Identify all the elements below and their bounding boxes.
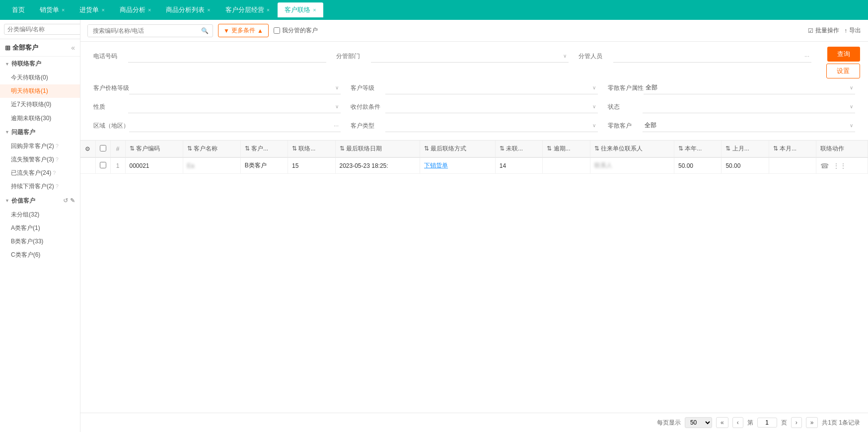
sidebar-item-abnormal[interactable]: 回购异常客户(2) ? xyxy=(0,140,80,153)
prev-page-button[interactable]: ‹ xyxy=(732,417,743,428)
sidebar-item-week[interactable]: 近7天待联络(0) xyxy=(0,98,80,111)
filter-phone: 电话号码 xyxy=(88,47,331,66)
nav-customer-contact[interactable]: 客户联络 × xyxy=(278,2,323,17)
batch-operation-button[interactable]: ☑ 批量操作 xyxy=(808,26,839,35)
person-select[interactable]: ··· xyxy=(613,50,811,63)
sidebar-item-declining[interactable]: 持续下滑客户(2) ? xyxy=(0,180,80,193)
export-button[interactable]: ↑ 导出 xyxy=(844,26,861,35)
page-unit: 页 xyxy=(781,419,787,427)
col-this-year[interactable]: ⇅ 本年... xyxy=(674,141,722,157)
nav-home[interactable]: 首页 xyxy=(5,2,32,17)
value-edit-icon[interactable]: ✎ xyxy=(70,197,75,204)
abnormal-label: 回购异常客户(2) xyxy=(11,142,54,151)
abnormal-help-icon: ? xyxy=(56,142,59,151)
gear-icon[interactable]: ⚙ xyxy=(85,145,90,152)
per-page-select[interactable]: 50 100 200 xyxy=(685,417,712,428)
lost-label: 已流失客户(24) xyxy=(11,168,51,178)
next-page-button[interactable]: › xyxy=(791,417,802,428)
col-last-contact-method[interactable]: ⇅ 最后联络方式 xyxy=(420,141,496,157)
row-phone-action-icon[interactable]: ☎ xyxy=(820,162,829,170)
value-refresh-icon[interactable]: ↺ xyxy=(63,197,68,204)
price-level-label: 客户价格等级 xyxy=(93,84,129,92)
region-select[interactable]: ··· xyxy=(129,119,341,132)
sidebar-item-overdue[interactable]: 逾期未联络(30) xyxy=(0,112,80,125)
nav-goods-analysis[interactable]: 商品分析 × xyxy=(113,2,158,17)
sidebar-item-tomorrow[interactable]: 明天待联络(1) xyxy=(0,84,80,98)
row-more-action-icon[interactable]: ⋮⋮ xyxy=(833,162,847,170)
scatter-customer-label: 零散客户 xyxy=(608,122,643,130)
search-input[interactable] xyxy=(88,25,197,37)
nav-purchase[interactable]: 进货单 × xyxy=(72,2,111,17)
customer-type-select[interactable]: ∨ xyxy=(385,119,598,132)
close-goods-analysis-icon[interactable]: × xyxy=(148,7,151,13)
status-select[interactable]: ∨ xyxy=(643,100,855,113)
sidebar-item-ungrouped[interactable]: 未分组(32) xyxy=(0,208,80,221)
grid-icon: ⊞ xyxy=(5,44,10,52)
row-uncontacted-cell: 14 xyxy=(495,157,542,174)
col-uncontacted[interactable]: ⇅ 未联... xyxy=(495,141,542,157)
last-page-button[interactable]: » xyxy=(806,417,818,428)
row-overdue-cell xyxy=(543,157,590,174)
page-number-input[interactable] xyxy=(757,418,777,428)
customer-level-select[interactable]: ∨ xyxy=(385,81,598,94)
nav-customer-layer[interactable]: 客户分层经营 × xyxy=(218,2,277,17)
close-purchase-icon[interactable]: × xyxy=(101,7,104,13)
group-pending-contact[interactable]: ▼ 待联络客户 xyxy=(0,57,80,71)
phone-input[interactable] xyxy=(130,53,324,60)
customer-type-chevron-icon: ∨ xyxy=(592,123,596,128)
row-this-year-cell: 50.00 xyxy=(674,157,722,174)
query-button[interactable]: 查询 xyxy=(827,47,860,62)
nature-select[interactable]: ∨ xyxy=(128,100,341,113)
filter-chevron-icon: ▲ xyxy=(257,27,263,34)
sidebar-collapse-icon[interactable]: « xyxy=(71,44,75,52)
col-uncontacted-sort-icon: ⇅ xyxy=(500,145,505,152)
col-last-month[interactable]: ⇅ 上月... xyxy=(722,141,769,157)
col-contact-sort-icon: ⇅ xyxy=(292,145,297,152)
sidebar-item-class-c[interactable]: C类客户(6) xyxy=(0,248,80,262)
close-goods-list-icon[interactable]: × xyxy=(207,7,210,13)
price-level-select[interactable]: ∨ xyxy=(129,81,341,94)
my-customer-checkbox[interactable] xyxy=(274,27,280,34)
more-filter-button[interactable]: ▼ 更多条件 ▲ xyxy=(218,24,269,37)
col-last-contact-date[interactable]: ⇅ 最后联络日期 xyxy=(335,141,420,157)
export-icon: ↑ xyxy=(844,27,847,34)
nav-goods-list[interactable]: 商品分析列表 × xyxy=(159,2,217,17)
purchase-label: 进货单 xyxy=(79,5,99,14)
payment-select[interactable]: ∨ xyxy=(385,100,598,113)
scatter-customer-select[interactable]: 全部 ∨ xyxy=(643,119,855,132)
row-contact-method-link[interactable]: 下销货单 xyxy=(424,162,448,169)
close-customer-layer-icon[interactable]: × xyxy=(267,7,270,13)
region-dots-icon: ··· xyxy=(334,122,339,129)
col-this-month[interactable]: ⇅ 本月... xyxy=(769,141,816,157)
dept-select[interactable]: ∨ xyxy=(371,50,569,63)
col-overdue[interactable]: ⇅ 逾期... xyxy=(543,141,590,157)
customer-layer-label: 客户分层经营 xyxy=(225,5,264,14)
search-icon[interactable]: 🔍 xyxy=(197,25,213,37)
group-pending-arrow: ▼ xyxy=(5,62,9,67)
col-contact-person[interactable]: ⇅ 往来单位联系人 xyxy=(590,141,674,157)
group-value-customers[interactable]: ▼ 价值客户 ↺ ✎ xyxy=(0,194,80,208)
select-all-checkbox[interactable] xyxy=(100,145,106,151)
nav-sales[interactable]: 销货单 × xyxy=(33,2,72,17)
close-customer-contact-icon[interactable]: × xyxy=(313,7,316,13)
set-button[interactable]: 设置 xyxy=(826,64,860,78)
sidebar-item-today[interactable]: 今天待联络(0) xyxy=(0,71,80,84)
row-checkbox[interactable] xyxy=(100,162,106,168)
scatter-attr-select[interactable]: 全部 ∨ xyxy=(644,81,855,94)
col-contact-count[interactable]: ⇅ 联络... xyxy=(288,141,335,157)
content-area: 🔍 ▼ 更多条件 ▲ 我分管的客户 ☑ 批量操作 ↑ 导出 xyxy=(80,20,868,432)
first-page-button[interactable]: « xyxy=(716,417,728,428)
group-value-label: 价值客户 xyxy=(11,197,35,205)
col-customer-name[interactable]: ⇅ 客户名称 xyxy=(183,141,240,157)
close-sales-icon[interactable]: × xyxy=(62,7,65,13)
col-last-month-sort-icon: ⇅ xyxy=(725,145,730,152)
group-problem-customers[interactable]: ▼ 问题客户 xyxy=(0,125,80,140)
col-customer-code[interactable]: ⇅ 客户编码 xyxy=(125,141,183,157)
sidebar-search-input[interactable] xyxy=(4,24,80,35)
col-customer-type[interactable]: ⇅ 客户... xyxy=(240,141,288,157)
sidebar-item-warning[interactable]: 流失预警客户(3) ? xyxy=(0,153,80,166)
row-customer-name: Ea xyxy=(187,162,195,169)
sidebar-item-class-a[interactable]: A类客户(1) xyxy=(0,221,80,235)
sidebar-item-class-b[interactable]: B类客户(33) xyxy=(0,235,80,248)
sidebar-item-lost[interactable]: 已流失客户(24) ? xyxy=(0,166,80,180)
